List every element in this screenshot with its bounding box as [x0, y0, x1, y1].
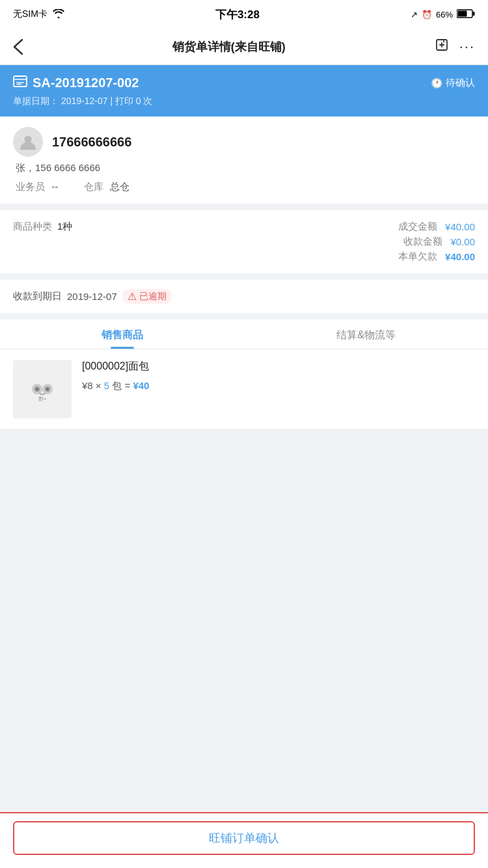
battery-text: 66% [436, 10, 453, 20]
svg-point-10 [36, 388, 38, 390]
battery-icon [457, 9, 475, 20]
debt-label: 本单欠款 [398, 251, 437, 263]
order-id-text: SA-20191207-002 [33, 75, 139, 90]
svg-rect-2 [457, 10, 467, 16]
order-date-line: 单据日期： 2019-12-07 | 打印 0 次 [13, 96, 475, 107]
product-multiply: × [96, 380, 104, 391]
bottom-area [0, 429, 488, 611]
deal-amount-value: ¥40.00 [445, 221, 475, 232]
salesman-label: 业务员 [16, 181, 45, 192]
product-name: [0000002]面包 [82, 360, 475, 373]
order-date-label: 单据日期： [13, 96, 59, 106]
tab-sales-product[interactable]: 销售商品 [0, 319, 244, 349]
product-equals: = [124, 380, 133, 391]
order-icon [13, 75, 27, 90]
nav-bar: 销货单详情(来自旺铺) ··· [0, 29, 488, 65]
order-status: 🕐 待确认 [431, 77, 475, 89]
product-type-label: 商品种类 [13, 221, 52, 233]
share-icon[interactable] [435, 38, 449, 55]
product-unit: 包 [112, 380, 122, 391]
received-label: 收款金额 [403, 236, 442, 248]
customer-avatar [13, 127, 43, 157]
received-value: ¥0.00 [450, 236, 475, 247]
location-icon: ↗ [411, 10, 418, 20]
nav-actions: ··· [435, 38, 475, 55]
wifi-icon [53, 9, 64, 20]
due-date-label: 收款到期日 [13, 290, 62, 303]
deal-amount-label: 成交金额 [398, 221, 437, 233]
status-right: ↗ ⏰ 66% [411, 9, 475, 20]
warehouse-value: 总仓 [110, 181, 129, 192]
product-thumbnail: 野+ [13, 360, 72, 418]
overdue-text: 已逾期 [139, 291, 167, 303]
product-price-row: ¥8 × 5 包 = ¥40 [82, 380, 475, 392]
order-header: SA-20191207-002 🕐 待确认 单据日期： 2019-12-07 |… [0, 65, 488, 116]
svg-rect-1 [472, 12, 474, 16]
product-total: ¥40 [133, 380, 149, 391]
svg-point-11 [46, 388, 49, 390]
status-bar: 无SIM卡 下午3:28 ↗ ⏰ 66% [0, 0, 488, 29]
more-icon[interactable]: ··· [459, 38, 475, 55]
page-title: 销货单详情(来自旺铺) [172, 39, 286, 55]
warehouse-label: 仓库 [84, 181, 103, 192]
due-date-card: 收款到期日 2019-12-07 ⚠ 已逾期 [0, 280, 488, 313]
customer-meta: 业务员 -- 仓库 总仓 [16, 181, 475, 193]
confirm-btn-container: 旺铺订单确认 [0, 812, 488, 868]
order-date-value: 2019-12-07 [61, 96, 108, 106]
status-left: 无SIM卡 [13, 8, 64, 20]
due-date-value: 2019-12-07 [67, 291, 117, 302]
confirm-order-button[interactable]: 旺铺订单确认 [13, 821, 475, 855]
tab-settlement-logistics[interactable]: 结算&物流等 [244, 319, 488, 349]
debt-value: ¥40.00 [445, 251, 475, 262]
overdue-icon: ⚠ [128, 290, 137, 303]
customer-phone: 17666666666 [52, 135, 131, 150]
clock-icon: 🕐 [431, 77, 443, 89]
customer-name: 张，156 6666 6666 [16, 162, 475, 174]
salesman-value: -- [51, 181, 58, 192]
carrier-text: 无SIM卡 [13, 8, 47, 20]
svg-rect-4 [14, 76, 27, 87]
alarm-icon: ⏰ [422, 10, 432, 20]
product-qty: 5 [104, 380, 109, 391]
summary-card: 商品种类 1种 成交金额 ¥40.00 收款金额 ¥0.00 本单欠款 ¥40.… [0, 210, 488, 273]
svg-text:野+: 野+ [38, 396, 47, 402]
order-id-container: SA-20191207-002 [13, 75, 139, 90]
product-card: 野+ [0000002]面包 ¥8 × 5 包 = ¥40 [0, 349, 488, 429]
product-type-value: 1种 [57, 221, 72, 233]
overdue-badge: ⚠ 已逾期 [122, 289, 172, 304]
tabs-bar: 销售商品 结算&物流等 [0, 319, 488, 349]
product-info: [0000002]面包 ¥8 × 5 包 = ¥40 [82, 360, 475, 392]
product-price: ¥8 [82, 380, 93, 391]
status-time: 下午3:28 [215, 7, 260, 22]
order-status-text: 待确认 [446, 77, 475, 89]
back-button[interactable] [13, 38, 23, 55]
customer-card: 17666666666 张，156 6666 6666 业务员 -- 仓库 总仓 [0, 116, 488, 204]
